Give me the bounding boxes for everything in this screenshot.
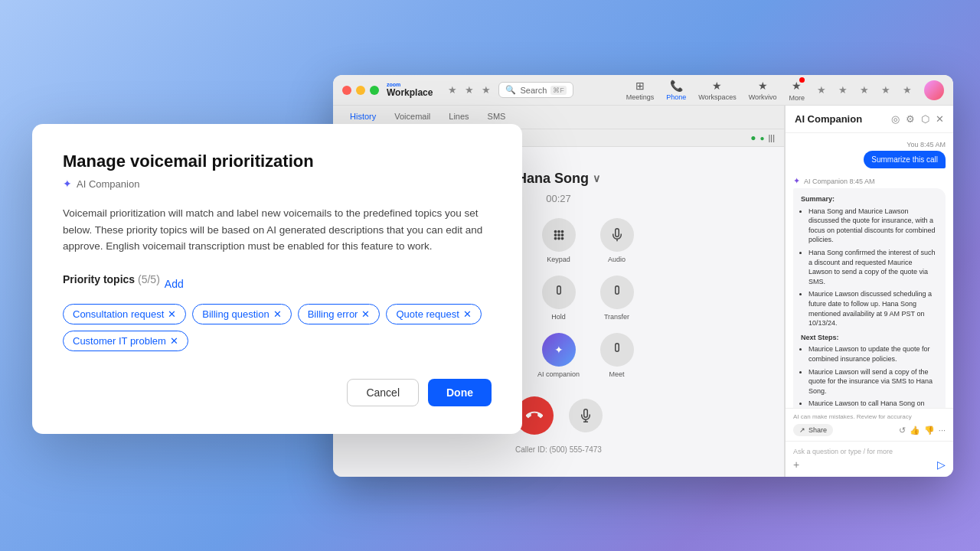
workspaces-label: Workspaces: [698, 93, 736, 101]
workvivo-label: Workvivo: [749, 93, 777, 101]
tag-label: Billing question: [202, 308, 269, 320]
tag-consultation-request: Consultation request ✕: [63, 304, 186, 324]
workspaces-icon: ★: [712, 80, 722, 92]
ai-close-icon[interactable]: ✕: [936, 113, 944, 125]
close-button[interactable]: [342, 86, 351, 95]
svg-point-5: [554, 233, 556, 235]
tag-remove-quote-request[interactable]: ✕: [463, 309, 472, 319]
search-bar[interactable]: 🔍 Search ⌘F: [498, 82, 573, 98]
ai-companion-button[interactable]: ✦: [542, 333, 576, 367]
ai-send-button[interactable]: ▷: [937, 458, 946, 471]
transfer-label: Transfer: [604, 313, 629, 321]
ai-panel-header: AI Companion ◎ ⚙ ⬡ ✕: [786, 106, 953, 133]
done-button[interactable]: Done: [428, 379, 492, 406]
share-button[interactable]: ↗ Share: [793, 424, 833, 436]
meetings-icon: ⊞: [635, 80, 645, 92]
nav-star-right-2: ★: [838, 84, 848, 96]
meet-btn-item: Meet: [594, 333, 640, 378]
tag-quote-request: Quote request ✕: [386, 304, 481, 324]
notification-dot: [799, 77, 805, 83]
caller-name: Hana Song ∨: [517, 171, 600, 187]
transfer-button[interactable]: [600, 276, 634, 309]
tag-billing-error: Billing error ✕: [298, 304, 381, 324]
nav-workvivo[interactable]: ★ Workvivo: [749, 80, 777, 101]
tag-label: Billing error: [308, 308, 358, 320]
search-shortcut: ⌘F: [550, 86, 567, 95]
tag-remove-customer-it[interactable]: ✕: [170, 336, 178, 346]
search-icon: 🔍: [505, 85, 516, 95]
tag-remove-billing-question[interactable]: ✕: [273, 309, 282, 319]
bottom-mute-button[interactable]: [569, 399, 603, 432]
ai-input-area: Ask a question or type / for more + ▷: [786, 441, 953, 477]
nav-stars: ★ ★ ★: [448, 84, 491, 96]
modal-subtitle: ✦ AI Companion: [63, 178, 492, 190]
tag-remove-billing-error[interactable]: ✕: [361, 309, 370, 319]
signal-icon: |||: [768, 133, 775, 142]
audio-button[interactable]: [600, 218, 634, 252]
user-message: You 8:45 AM Summarize this call: [793, 141, 946, 168]
status-icon-1: ●: [750, 132, 756, 143]
ai-sender: AI Companion 8:45 AM: [804, 178, 875, 185]
modal-title: Manage voicemail prioritization: [63, 152, 492, 171]
nav-phone[interactable]: 📞 Phone: [666, 80, 686, 101]
meetings-label: Meetings: [626, 93, 655, 101]
phone-label: Phone: [666, 93, 686, 101]
more-options-icon[interactable]: ···: [939, 425, 946, 435]
user-message-meta: You 8:45 AM: [906, 141, 946, 148]
nav-more[interactable]: ★ More: [789, 79, 805, 102]
caller-name-text: Hana Song: [517, 171, 589, 187]
tag-remove-consultation[interactable]: ✕: [168, 309, 176, 319]
reaction-icon-2[interactable]: 👍: [910, 425, 920, 435]
ai-message-bubble: Summary: Hana Song and Maurice Lawson di…: [793, 188, 946, 408]
keypad-button[interactable]: [542, 218, 576, 252]
ai-companion-panel: AI Companion ◎ ⚙ ⬡ ✕ You 8:45 AM Summari…: [785, 106, 953, 477]
priority-title: Priority topics (5/5): [63, 273, 160, 285]
ai-diamond-icon: ✦: [793, 176, 800, 186]
nav-star-1[interactable]: ★: [448, 84, 457, 96]
app-brand: zoom Workplace: [387, 82, 433, 98]
hold-label: Hold: [551, 313, 566, 321]
audio-label: Audio: [608, 256, 626, 263]
modal-footer: Cancel Done: [63, 379, 492, 406]
ai-message-meta: ✦ AI Companion 8:45 AM: [793, 176, 946, 186]
nav-star-3[interactable]: ★: [482, 84, 491, 96]
ai-expand-icon[interactable]: ⬡: [921, 113, 929, 125]
svg-point-9: [557, 237, 559, 239]
add-priority-link[interactable]: Add: [165, 278, 184, 290]
user-message-bubble: Summarize this call: [864, 151, 946, 168]
ai-info-icon[interactable]: ◎: [891, 113, 900, 125]
reaction-icon-3[interactable]: 👎: [924, 425, 935, 435]
ai-input-placeholder: Ask a question or type / for more: [793, 448, 946, 455]
minimize-button[interactable]: [356, 86, 365, 95]
nav-star-2[interactable]: ★: [465, 84, 474, 96]
hold-btn-item: Hold: [536, 276, 582, 321]
keypad-label: Keypad: [547, 256, 570, 263]
svg-point-4: [561, 230, 563, 232]
brand-name-label: Workplace: [387, 87, 433, 98]
maximize-button[interactable]: [370, 86, 379, 95]
nav-meetings[interactable]: ⊞ Meetings: [626, 80, 655, 101]
tag-label: Quote request: [396, 308, 459, 320]
ai-messages: You 8:45 AM Summarize this call ✦ AI Com…: [786, 133, 953, 408]
meet-label: Meet: [609, 370, 624, 378]
priority-count: (5/5): [138, 273, 160, 285]
nav-star-right-5: ★: [903, 84, 912, 96]
keypad-btn-item: Keypad: [536, 218, 582, 263]
search-label: Search: [520, 86, 547, 95]
nav-star-right-4: ★: [881, 84, 890, 96]
svg-point-2: [554, 230, 556, 232]
cancel-button[interactable]: Cancel: [347, 379, 419, 406]
reaction-icon-1[interactable]: ↺: [899, 425, 906, 435]
hold-button[interactable]: [542, 276, 576, 309]
modal-description: Voicemail prioritization will match and …: [63, 205, 492, 255]
ai-panel-actions: ◎ ⚙ ⬡ ✕: [891, 113, 944, 125]
ai-input-add-icon[interactable]: +: [793, 458, 799, 471]
meet-button[interactable]: [600, 333, 634, 367]
nav-workspaces[interactable]: ★ Workspaces: [698, 80, 736, 101]
top-nav-icons: ⊞ Meetings 📞 Phone ★ Workspaces ★ Workvi…: [626, 79, 944, 102]
status-icons: ● ● |||: [750, 132, 775, 143]
tag-customer-it-problem: Customer IT problem ✕: [63, 331, 188, 351]
user-avatar[interactable]: [924, 80, 944, 100]
voicemail-modal: Manage voicemail prioritization ✦ AI Com…: [32, 124, 522, 434]
ai-settings-icon[interactable]: ⚙: [906, 113, 915, 125]
